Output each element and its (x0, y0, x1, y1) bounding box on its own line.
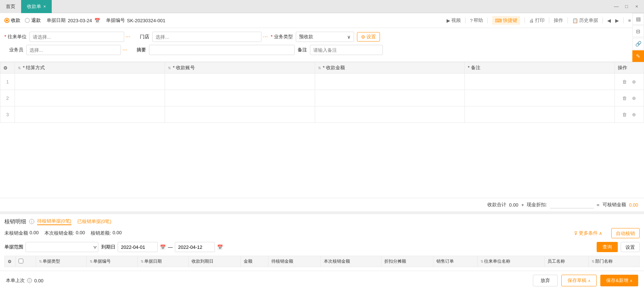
sidebar-link-icon[interactable]: 🔗 (632, 38, 644, 50)
settlement-input-1[interactable] (15, 74, 165, 90)
business-type-label: 业务类型 (268, 34, 296, 40)
amount-cell-2[interactable] (315, 90, 465, 106)
next-button[interactable]: ▶ (615, 18, 619, 23)
check-all-checkbox[interactable] (19, 259, 23, 263)
save-draft-button[interactable]: 保存草稿 ∧ (561, 275, 597, 286)
history-button[interactable]: 📋 历史单据 (572, 17, 598, 24)
print-button[interactable]: 🖨 打印 (529, 17, 545, 24)
date-to-input[interactable] (175, 242, 215, 252)
settlement-input-2[interactable] (15, 90, 165, 106)
store-input[interactable] (152, 32, 262, 42)
summary-input[interactable] (149, 45, 295, 55)
radio-collection-label: 收款 (11, 17, 20, 24)
range-select-wrap: 单据范围 ∨ (4, 242, 97, 252)
account-input-1[interactable] (165, 74, 315, 90)
salesperson-input[interactable] (26, 45, 121, 55)
sidebar-edit-icon[interactable]: ✎ (632, 50, 644, 62)
discount-label: 现金折扣: (527, 201, 547, 208)
settlement-cell-2[interactable] (15, 90, 165, 106)
discard-button[interactable]: 放弃 (533, 275, 558, 286)
save-new-button[interactable]: 保存&新增 ∧ (600, 275, 638, 286)
settlement-input-3[interactable] (15, 106, 165, 122)
account-cell-1[interactable] (165, 74, 315, 90)
account-cell-2[interactable] (165, 90, 315, 106)
discount-input[interactable] (550, 201, 594, 208)
sidebar-list-icon[interactable]: ⊟ (632, 26, 644, 37)
more-filter-button[interactable]: ⊽ 更多条件 ∧ (574, 230, 602, 236)
gear-header[interactable]: ⚙ (0, 62, 15, 74)
prev-button[interactable]: ◀ (607, 18, 611, 23)
counterpart-more-icon[interactable]: ··· (126, 34, 130, 40)
setting-button[interactable]: 设置 (621, 242, 640, 252)
account-cell-3[interactable] (165, 106, 315, 123)
pending-tab[interactable]: 待核销单据(0笔) (37, 218, 71, 225)
shortcut-button[interactable]: ⌨ 快捷键 (492, 16, 520, 25)
counterpart-input[interactable] (30, 32, 124, 42)
query-button[interactable]: 查询 (597, 242, 618, 252)
settlement-cell-1[interactable] (15, 74, 165, 90)
remark-cell-3[interactable] (465, 106, 615, 123)
remark-input[interactable] (310, 45, 383, 55)
delete-icon-2[interactable]: 🗑 (621, 94, 629, 102)
form-row-1: 往来单位 ··· 门店 ··· 业务类型 预收款 ∨ ⚙ 设置 (4, 32, 640, 42)
copy-icon-3[interactable]: ⊕ (630, 110, 638, 118)
verify-info-icon[interactable]: i (29, 219, 34, 224)
amount-cell-1[interactable] (315, 74, 465, 90)
radio-collection[interactable]: 收款 (4, 17, 20, 24)
help-button[interactable]: ? 帮助 (470, 17, 483, 24)
maximize-button[interactable]: □ (622, 2, 631, 11)
amount-input-2[interactable] (315, 90, 465, 106)
calendar-from-icon[interactable]: 📅 (160, 244, 166, 250)
amount-input-1[interactable] (315, 74, 465, 90)
operation-button[interactable]: 操作 (554, 17, 563, 24)
shortcut-label: 快捷键 (503, 17, 517, 24)
date-range: 到期日 📅 — 📅 (101, 242, 223, 252)
verify-stats: 未核销金额 0.00 本次核销金额: 0.00 核销差额: 0.00 ⊽ 更多条… (4, 228, 640, 238)
doc-type-header: ⇅单据类型 (36, 256, 87, 267)
amount-input-3[interactable] (315, 106, 465, 122)
tab-home[interactable]: 首页 (0, 0, 21, 13)
remark-input-1[interactable] (465, 74, 614, 90)
layout-button[interactable]: ≡ (628, 18, 631, 23)
remark-cell-1[interactable] (465, 74, 615, 90)
delete-icon-1[interactable]: 🗑 (621, 78, 629, 86)
delete-icon-3[interactable]: 🗑 (621, 110, 629, 118)
tab-close-icon[interactable]: × (43, 0, 46, 13)
footer: 本单上次 ⓘ 0.00 放弃 保存草稿 ∧ 保存&新增 ∧ (0, 271, 644, 290)
radio-refund[interactable]: 退款 (25, 17, 41, 24)
range-select[interactable] (25, 242, 98, 252)
minimize-button[interactable]: — (612, 2, 621, 11)
copy-icon-1[interactable]: ⊕ (630, 78, 638, 86)
settlement-cell-3[interactable] (15, 106, 165, 123)
calendar-to-icon[interactable]: 📅 (217, 244, 223, 250)
store-more-icon[interactable]: ··· (263, 34, 268, 40)
account-input-2[interactable] (165, 90, 315, 106)
account-input-3[interactable] (165, 106, 315, 122)
date-from-input[interactable] (118, 242, 158, 252)
remark-cell-2[interactable] (465, 90, 615, 106)
actions-header: 操作 (615, 62, 644, 74)
check-all-header[interactable] (16, 256, 36, 267)
remark-input-2[interactable] (465, 90, 614, 106)
remark-input-3[interactable] (465, 106, 614, 122)
window-close-button[interactable]: × (632, 2, 641, 11)
main-table: ⚙ ⇅ * 结算方式 ⇅ * 收款账号 ⇅ * 收款金额 (0, 62, 644, 123)
tab-active[interactable]: 收款单 × (21, 0, 52, 13)
auto-verify-button[interactable]: 自动核销 (611, 228, 640, 238)
sidebar-table-icon[interactable]: ▤ (632, 13, 644, 25)
history-icon: 📋 (572, 18, 578, 23)
video-label: 视频 (451, 17, 461, 24)
divider2 (487, 17, 488, 23)
calendar-icon[interactable]: 📅 (94, 18, 100, 23)
save-draft-label: 保存草稿 (568, 277, 586, 284)
video-button[interactable]: ▶ 视频 (447, 17, 461, 24)
last-order-info-icon[interactable]: ⓘ (27, 278, 32, 283)
copy-icon-2[interactable]: ⊕ (630, 94, 638, 102)
business-type-select[interactable]: 预收款 ∨ (296, 32, 354, 42)
counterpart-header: ⇅往来单位名称 (477, 256, 544, 267)
completed-tab[interactable]: 已核销单据(0笔) (77, 218, 111, 225)
amount-cell-3[interactable] (315, 106, 465, 123)
salesperson-more-icon[interactable]: ··· (122, 47, 127, 53)
form-settings-button[interactable]: ⚙ 设置 (357, 32, 380, 42)
chevron-down-icon: ∨ (347, 34, 351, 40)
